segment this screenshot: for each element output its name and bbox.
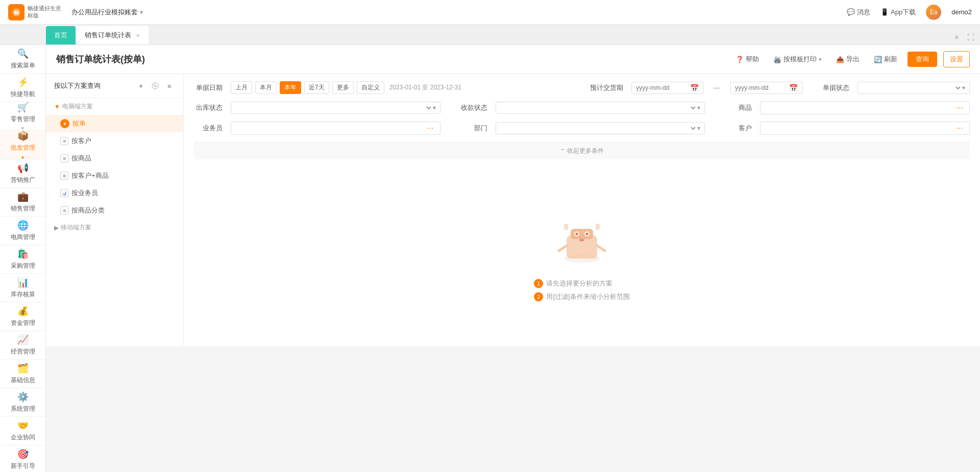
left-panel-tools: + ✎ «: [135, 80, 175, 91]
date-range-text: 2023-01-01 至 2023-12-31: [389, 83, 461, 92]
dept-select[interactable]: [500, 124, 698, 132]
retail-icon: 🛒: [17, 102, 29, 113]
sidebar-item-search[interactable]: 🔍 搜索菜单: [0, 45, 45, 74]
calendar-end-icon[interactable]: 📅: [789, 84, 798, 92]
tip-1-num: 1: [534, 279, 543, 288]
message-icon: 💬: [847, 8, 855, 16]
user-avatar[interactable]: Ea: [926, 5, 941, 20]
customer-input[interactable]: [765, 125, 954, 132]
sidebar-item-inventory[interactable]: 📊 库存核算: [0, 274, 45, 302]
export-button[interactable]: 📤 导出: [832, 53, 864, 66]
sidebar-item-ecommerce[interactable]: 🌐 电商管理: [0, 217, 45, 245]
tree-group-pc[interactable]: ▼ 电脑端方案: [46, 98, 183, 115]
collapse-bar[interactable]: ⌃ 收起更多条件: [194, 142, 970, 159]
calendar-start-icon[interactable]: 📅: [690, 84, 699, 92]
expected-date-start-field[interactable]: [636, 84, 687, 91]
date-btn-more[interactable]: 更多: [332, 81, 354, 94]
collapse-panel-button[interactable]: «: [164, 80, 175, 91]
empty-state: 1 请先选择要分析的方案 2 用[过滤]条件来缩小分析范围: [184, 167, 980, 346]
expected-date-start-input[interactable]: 📅: [631, 82, 703, 94]
tree-item-by-goods[interactable]: ⊞ 按商品: [46, 150, 183, 167]
collapse-text: ⌃ 收起更多条件: [560, 147, 604, 155]
salesperson-input[interactable]: [235, 125, 425, 132]
search-icon: 🔍: [17, 48, 29, 59]
sidebar-item-sales[interactable]: 💼 销售管理: [0, 188, 45, 217]
sidebar-item-retail[interactable]: 🛒 零售管理 ▾: [0, 102, 45, 131]
customer-label: 客户: [723, 124, 752, 133]
expected-date-end-field[interactable]: [735, 84, 786, 91]
dept-dropdown-icon: ▾: [697, 125, 700, 132]
edit-scheme-button[interactable]: ✎: [150, 80, 161, 91]
sidebar-item-finance[interactable]: 💰 资金管理: [0, 302, 45, 331]
payment-status-select-wrap[interactable]: ▾: [496, 102, 705, 114]
date-btn-this-year[interactable]: 本年: [280, 81, 301, 94]
marketing-icon: 📢: [17, 162, 29, 174]
tree-item-by-salesperson-label: 按业务员: [71, 188, 98, 198]
sidebar-basics-label: 基础信息: [11, 376, 35, 385]
message-nav-item[interactable]: 💬 消息: [847, 8, 870, 17]
customer-more-button[interactable]: ···: [954, 124, 965, 133]
sidebar-item-system[interactable]: ⚙️ 系统管理: [0, 388, 45, 417]
sidebar-finance-label: 资金管理: [11, 319, 35, 327]
window-close-button[interactable]: ×: [951, 32, 962, 42]
tree-item-by-goods-label: 按商品: [71, 154, 91, 163]
goods-more-button[interactable]: ···: [954, 103, 965, 112]
date-separator: —: [714, 84, 720, 91]
tree-item-by-order[interactable]: ● 按单: [46, 115, 183, 132]
tab-win-controls: × ⛶: [951, 32, 980, 44]
sidebar-quick-label: 快捷导航: [11, 90, 35, 99]
payment-status-select[interactable]: [500, 104, 698, 112]
sidebar-item-quick[interactable]: ⚡ 快捷导航: [0, 74, 45, 102]
tree-item-by-category[interactable]: ⊞ 按商品分类: [46, 202, 183, 219]
sidebar-item-purchase[interactable]: 🛍️ 采购管理: [0, 245, 45, 274]
out-status-select-wrap[interactable]: ▾: [231, 102, 440, 114]
tab-close-icon[interactable]: ×: [135, 31, 140, 39]
tab-sales-order[interactable]: 销售订单统计表 ×: [77, 26, 149, 44]
settings-button[interactable]: 设置: [943, 51, 970, 67]
print-icon: 🖨️: [773, 56, 781, 63]
goods-input[interactable]: [765, 104, 954, 111]
sidebar-item-enterprise[interactable]: 🤝 企业协同: [0, 417, 45, 445]
collapse-chevron-icon: ⌃: [560, 148, 565, 155]
sidebar-item-marketing[interactable]: 📢 营销推广: [0, 159, 45, 188]
app-download-nav-item[interactable]: 📱 App下载: [880, 8, 916, 17]
filter-row-status: 出库状态 ▾ 收款状态 ▾ 商品: [194, 101, 970, 114]
date-btn-custom[interactable]: 自定义: [357, 81, 384, 94]
help-button[interactable]: ❓ 帮助: [731, 53, 763, 66]
dept-select-wrap[interactable]: ▾: [496, 122, 705, 134]
sidebar-item-basics[interactable]: 🗂️ 基础信息: [0, 360, 45, 388]
query-button[interactable]: 查询: [908, 52, 937, 67]
date-btn-7days[interactable]: 近7天: [304, 81, 329, 94]
tree-item-by-customer[interactable]: ⊞ 按客户: [46, 132, 183, 150]
date-btn-last-month[interactable]: 上月: [231, 81, 252, 94]
date-btn-this-month[interactable]: 本月: [255, 81, 277, 94]
refresh-button[interactable]: 🔄 刷新: [870, 53, 901, 66]
salesperson-label: 业务员: [194, 124, 223, 133]
expected-date-end-input[interactable]: 📅: [730, 82, 802, 94]
tree-group-mobile-label: 移动端方案: [61, 223, 91, 232]
single-status-select[interactable]: [862, 84, 962, 92]
sidebar-item-operations[interactable]: 📈 经营管理: [0, 331, 45, 360]
filter-section: 单据日期 上月 本月 本年 近7天 更多 自定义 2023-01-01 至 20…: [184, 74, 980, 167]
tab-bar: 首页 销售订单统计表 × × ⛶: [0, 25, 980, 45]
tree-item-by-customer-goods[interactable]: ⊞ 按客户+商品: [46, 167, 183, 184]
print-button[interactable]: 🖨️ 按模板打印 ▾: [769, 53, 826, 66]
sidebar-item-guide[interactable]: 🎯 新手引导: [0, 445, 45, 472]
tab-home[interactable]: 首页: [46, 26, 76, 44]
tree-item-by-order-label: 按单: [72, 119, 86, 128]
out-status-select[interactable]: [235, 104, 433, 112]
filter-row-person: 业务员 ··· 部门 ▾ 客户 ···: [194, 122, 970, 135]
single-status-select-wrap[interactable]: ▾: [857, 82, 970, 94]
left-panel-title: 按以下方案查询: [54, 81, 101, 90]
tree-item-by-salesperson[interactable]: 📊 按业务员: [46, 184, 183, 202]
salesperson-more-button[interactable]: ···: [425, 124, 435, 133]
tree-group-mobile[interactable]: ▶ 移动端方案: [46, 219, 183, 236]
by-salesperson-icon: 📊: [60, 189, 68, 197]
breadcrumb-text: 办公用品行业模拟账套: [71, 8, 138, 17]
sidebar-item-wholesale[interactable]: 📦 批发管理 ▲: [0, 131, 45, 159]
breadcrumb-arrow-icon[interactable]: ▾: [140, 9, 143, 16]
page-header: 销售订单统计表(按单) ❓ 帮助 🖨️ 按模板打印 ▾ 📤 导出 🔄 刷新 查询…: [46, 45, 980, 74]
finance-icon: 💰: [17, 305, 29, 317]
add-scheme-button[interactable]: +: [135, 80, 146, 91]
window-maximize-button[interactable]: ⛶: [966, 32, 976, 42]
